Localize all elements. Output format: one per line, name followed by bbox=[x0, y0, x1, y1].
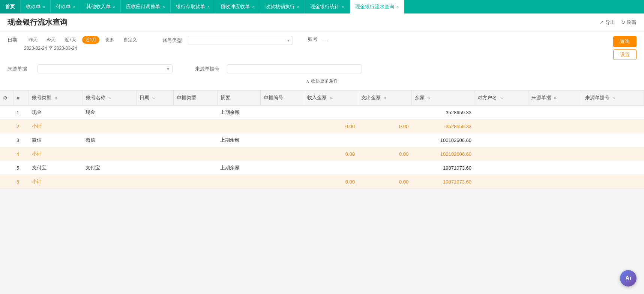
action-buttons: 查询 设置 bbox=[613, 36, 636, 60]
cell-summary bbox=[217, 119, 260, 133]
date-btn-custom[interactable]: 自定义 bbox=[120, 36, 140, 44]
th-source-doc[interactable]: 来源单据 ⇅ bbox=[528, 91, 582, 105]
source-doc-label: 来源单据 bbox=[8, 66, 30, 72]
nav-bank-deposit-close[interactable]: × bbox=[207, 4, 210, 9]
nav-payments-label: 付款单 bbox=[56, 3, 71, 10]
date-options: 昨天 今天 近7天 近1月 更多 自定义 bbox=[26, 36, 140, 44]
cell-doc-type bbox=[173, 147, 217, 161]
cell-no: 6 bbox=[14, 175, 29, 189]
nav-item-other-income[interactable]: 其他收入单 × bbox=[81, 0, 121, 13]
header-actions: ↗ 导出 ↻ 刷新 bbox=[600, 19, 636, 26]
cell-summary: 上期余额 bbox=[217, 133, 260, 147]
data-table: ⚙ # 账号类型 ⇅ 账号名称 ⇅ 日期 ⇅ 单据类型 摘要 单据编号 收入金额… bbox=[0, 91, 644, 189]
cell-balance: 100102606.60 bbox=[411, 147, 474, 161]
cell-counterpart bbox=[474, 147, 528, 161]
filter-area: 日期 昨天 今天 近7天 近1月 更多 自定义 2023-02-24 至 202… bbox=[0, 31, 644, 91]
cell-gear bbox=[0, 119, 14, 133]
cell-balance: 100102606.60 bbox=[411, 133, 474, 147]
nav-other-income-close[interactable]: × bbox=[113, 4, 115, 9]
th-gear[interactable]: ⚙ bbox=[0, 91, 14, 105]
cell-account-type: 小计 bbox=[29, 175, 83, 189]
table-row: 6小计0.000.0019871073.60 bbox=[0, 175, 644, 189]
nav-item-cash-stats[interactable]: 现金银行统计 × bbox=[305, 0, 350, 13]
nav-prepay-close[interactable]: × bbox=[252, 4, 254, 9]
cell-date bbox=[136, 105, 173, 119]
th-income[interactable]: 收入金额 ⇅ bbox=[304, 91, 358, 105]
date-btn-1month[interactable]: 近1月 bbox=[82, 36, 100, 44]
cell-gear bbox=[0, 147, 14, 161]
cell-source-doc bbox=[528, 105, 582, 119]
nav-item-cash-flow-query[interactable]: 现金银行流水查询 × bbox=[350, 0, 404, 13]
date-btn-more[interactable]: 更多 bbox=[102, 36, 117, 44]
cell-income bbox=[304, 105, 358, 119]
collapse-bar[interactable]: ∧ 收起更多条件 bbox=[8, 76, 636, 86]
nav-item-home[interactable]: 首页 bbox=[0, 0, 21, 13]
nav-item-prepay-offset[interactable]: 预收冲应收单 × bbox=[215, 0, 260, 13]
refresh-button[interactable]: ↻ 刷新 bbox=[621, 19, 636, 26]
cell-summary: 上期余额 bbox=[217, 105, 260, 119]
query-button[interactable]: 查询 bbox=[613, 36, 636, 47]
cell-income: 0.00 bbox=[304, 119, 358, 133]
cell-doc-no bbox=[260, 119, 304, 133]
cell-expense: 0.00 bbox=[358, 147, 411, 161]
cell-doc-type bbox=[173, 105, 217, 119]
source-doc-select[interactable]: ▾ bbox=[38, 64, 173, 73]
export-label: 导出 bbox=[605, 19, 615, 26]
th-date[interactable]: 日期 ⇅ bbox=[136, 91, 173, 105]
cell-source-doc bbox=[528, 175, 582, 189]
source-doc-no-input[interactable] bbox=[227, 64, 362, 73]
cell-source-doc bbox=[528, 161, 582, 175]
cell-expense bbox=[358, 105, 411, 119]
nav-item-payments[interactable]: 付款单 × bbox=[51, 0, 81, 13]
date-btn-yesterday[interactable]: 昨天 bbox=[26, 36, 41, 44]
page-title: 现金银行流水查询 bbox=[8, 17, 68, 27]
nav-item-ar-ap-adjust[interactable]: 应收应付调整单 × bbox=[121, 0, 170, 13]
cell-balance: 19871073.60 bbox=[411, 175, 474, 189]
th-account-name[interactable]: 账号名称 ⇅ bbox=[83, 91, 136, 105]
date-btn-today[interactable]: 今天 bbox=[44, 36, 59, 44]
cell-no: 4 bbox=[14, 147, 29, 161]
nav-item-receipts[interactable]: 收款单 × bbox=[21, 0, 51, 13]
cell-account-type: 小计 bbox=[29, 147, 83, 161]
cell-doc-type bbox=[173, 175, 217, 189]
nav-ar-ap-close[interactable]: × bbox=[162, 4, 165, 9]
th-source-doc-no[interactable]: 来源单据号 ⇅ bbox=[582, 91, 644, 105]
export-button[interactable]: ↗ 导出 bbox=[600, 19, 615, 26]
cell-source-doc-no bbox=[582, 161, 644, 175]
cell-account-name bbox=[83, 119, 136, 133]
cell-date bbox=[136, 133, 173, 147]
nav-item-receipt-verify[interactable]: 收款核销执行 × bbox=[260, 0, 305, 13]
cell-expense bbox=[358, 161, 411, 175]
nav-ar-ap-label: 应收应付调整单 bbox=[126, 3, 160, 10]
cell-account-type: 现金 bbox=[29, 105, 83, 119]
cell-date bbox=[136, 161, 173, 175]
cell-source-doc-no bbox=[582, 175, 644, 189]
th-counterpart[interactable]: 对方户名 ⇅ bbox=[474, 91, 528, 105]
th-account-type[interactable]: 账号类型 ⇅ bbox=[29, 91, 83, 105]
cell-summary bbox=[217, 175, 260, 189]
cell-doc-no bbox=[260, 105, 304, 119]
account-input-dots[interactable]: ... bbox=[322, 37, 329, 42]
th-no: # bbox=[14, 91, 29, 105]
refresh-label: 刷新 bbox=[627, 19, 636, 26]
cell-source-doc-no bbox=[582, 105, 644, 119]
cell-gear bbox=[0, 105, 14, 119]
settings-button[interactable]: 设置 bbox=[613, 49, 636, 60]
nav-receipts-close[interactable]: × bbox=[43, 4, 45, 9]
cell-source-doc-no bbox=[582, 119, 644, 133]
cell-summary bbox=[217, 147, 260, 161]
nav-cash-flow-close[interactable]: × bbox=[396, 4, 399, 9]
cell-balance: 19871073.60 bbox=[411, 161, 474, 175]
th-balance[interactable]: 余额 ⇅ bbox=[411, 91, 474, 105]
nav-item-bank-deposit[interactable]: 银行存取款单 × bbox=[171, 0, 215, 13]
refresh-icon: ↻ bbox=[621, 19, 625, 25]
account-type-select[interactable]: ▾ bbox=[188, 36, 293, 45]
nav-receipt-verify-close[interactable]: × bbox=[297, 4, 299, 9]
cell-balance: -3528659.33 bbox=[411, 105, 474, 119]
nav-payments-close[interactable]: × bbox=[73, 4, 75, 9]
nav-cash-stats-close[interactable]: × bbox=[342, 4, 344, 9]
th-expense[interactable]: 支出金额 ⇅ bbox=[358, 91, 411, 105]
nav-other-income-label: 其他收入单 bbox=[86, 3, 111, 10]
table-row: 2小计0.000.00-3528659.33 bbox=[0, 119, 644, 133]
date-btn-7days[interactable]: 近7天 bbox=[62, 36, 79, 44]
